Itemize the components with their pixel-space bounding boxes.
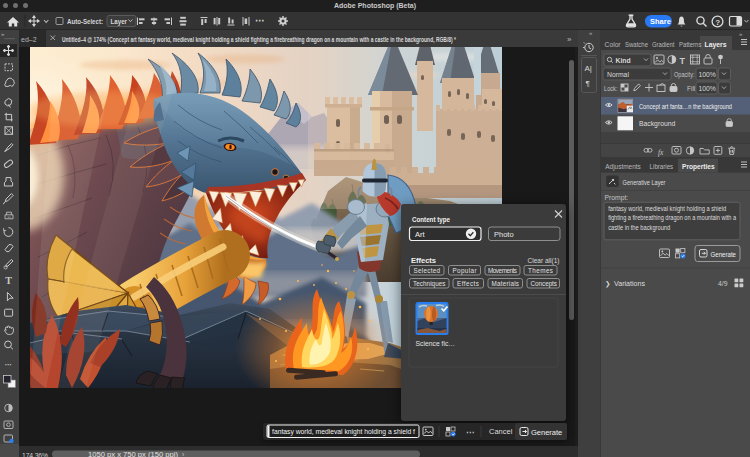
svg-text:174.36%: 174.36%: [22, 452, 48, 457]
svg-text:Adjustments: Adjustments: [605, 163, 641, 171]
svg-text:Properties: Properties: [682, 163, 715, 171]
svg-text:fighting a firebreathing drago: fighting a firebreathing dragon on a mou…: [608, 214, 736, 222]
svg-text:Auto-Select:: Auto-Select:: [67, 18, 103, 25]
svg-text:Opacity:: Opacity:: [674, 71, 695, 79]
svg-text:Lock:: Lock:: [604, 85, 618, 92]
svg-text:Concepts: Concepts: [531, 280, 558, 288]
svg-text:A|: A|: [585, 64, 592, 73]
svg-text:Untitled–4 @ 174% (Concept art: Untitled–4 @ 174% (Concept art fantasy w…: [62, 36, 456, 44]
svg-text:1050 px x 750 px (150 ppi): 1050 px x 750 px (150 ppi): [88, 451, 178, 457]
svg-text:100%: 100%: [699, 85, 716, 92]
svg-text:»: »: [1, 31, 5, 37]
svg-text:Background: Background: [639, 120, 675, 128]
svg-text:Kind: Kind: [616, 57, 631, 64]
svg-text:Photo: Photo: [494, 230, 514, 239]
svg-text:100%: 100%: [699, 71, 716, 78]
svg-text:Libraries: Libraries: [650, 163, 674, 170]
svg-text:⋯: ⋯: [255, 15, 265, 26]
svg-text:Layers: Layers: [705, 41, 727, 49]
svg-text:Variations: Variations: [614, 280, 646, 287]
svg-text:Popular: Popular: [453, 267, 477, 275]
svg-text:Content type: Content type: [412, 215, 450, 224]
svg-text:fx: fx: [658, 148, 664, 157]
svg-text:›: ›: [182, 451, 184, 457]
svg-text:Clear all(1): Clear all(1): [528, 257, 560, 265]
svg-text:»: »: [567, 35, 572, 44]
svg-text:Generative Layer: Generative Layer: [623, 179, 667, 187]
svg-text:Prompt:: Prompt:: [604, 194, 628, 202]
svg-text:Cancel: Cancel: [489, 427, 513, 436]
svg-text:Effects: Effects: [457, 280, 479, 287]
svg-text:Normal: Normal: [607, 71, 629, 78]
svg-text:Color: Color: [605, 41, 622, 48]
svg-text:Science fic…: Science fic…: [416, 340, 456, 347]
svg-text:Generate: Generate: [531, 428, 562, 437]
svg-text:T: T: [680, 56, 686, 66]
svg-text:⋯: ⋯: [466, 428, 474, 437]
svg-text:Generate: Generate: [711, 251, 737, 258]
svg-text:Concept art fanta…n the backgr: Concept art fanta…n the background: [639, 103, 732, 111]
svg-text:Gradient: Gradient: [652, 41, 675, 48]
svg-text:❯: ❯: [605, 280, 610, 288]
svg-text:fantasy world, medieval knight: fantasy world, medieval knight holding a…: [272, 428, 415, 436]
svg-text:Layer: Layer: [111, 18, 128, 26]
svg-text:T: T: [5, 275, 12, 286]
svg-text:ed–2: ed–2: [21, 36, 37, 43]
svg-text:Swatche: Swatche: [625, 41, 648, 48]
svg-text:?: ?: [715, 18, 720, 27]
svg-text:Techniques: Techniques: [413, 280, 446, 288]
svg-text:Art: Art: [415, 230, 426, 239]
svg-text:¶: ¶: [586, 79, 590, 88]
svg-text:Movements: Movements: [488, 267, 517, 274]
svg-text:Themes: Themes: [528, 267, 553, 274]
svg-text:castle in the background: castle in the background: [608, 224, 670, 232]
svg-text:Materials: Materials: [492, 280, 520, 287]
svg-text:Share: Share: [650, 17, 671, 26]
svg-text:⋯: ⋯: [5, 361, 12, 368]
svg-text:Selected: Selected: [414, 267, 441, 274]
svg-text:Effects: Effects: [411, 256, 436, 265]
svg-text:fantasy world, medieval knight: fantasy world, medieval knight holding a…: [608, 205, 726, 213]
svg-text:4/9: 4/9: [718, 280, 728, 287]
svg-text:Patterns: Patterns: [679, 41, 702, 48]
